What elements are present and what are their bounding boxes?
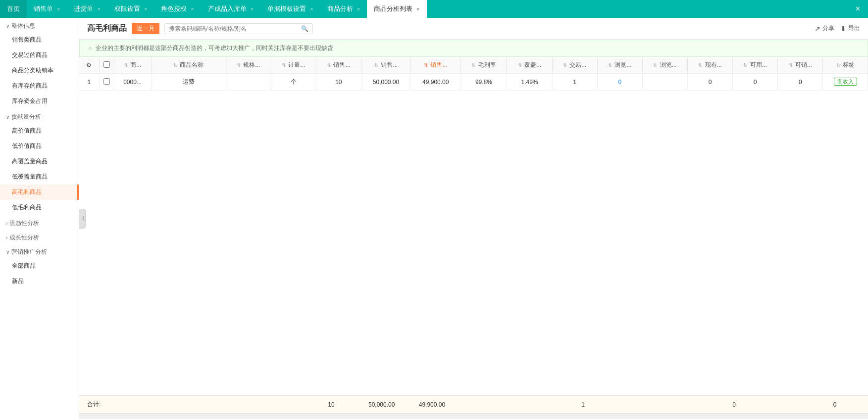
cell-index: 1 [79,74,99,91]
export-icon: ⬇ [840,25,846,33]
cell-current-stock: 0 [687,74,732,91]
nav-permissions[interactable]: 权限设置 × [107,0,154,18]
sidebar-item-low-margin[interactable]: 低毛利商品 [0,200,79,215]
close-icon[interactable]: × [144,0,147,18]
sort-icon: ⇅ [608,62,612,68]
window-close-button[interactable]: × [848,0,868,18]
close-icon[interactable]: × [416,0,419,18]
sidebar-item-all-goods[interactable]: 全部商品 [0,258,79,274]
sidebar-item-high-coverage[interactable]: 高覆盖量商品 [0,154,79,169]
horizontal-scrollbar[interactable] [79,413,868,419]
col-gross-rate: ⇅ 毛利率 [460,57,507,74]
col-available: ⇅ 可用... [733,57,778,74]
close-icon[interactable]: × [357,0,360,18]
cell-views1: 0 [597,74,642,91]
footer-label: 合计: [87,400,101,409]
sidebar-group-marketing[interactable]: ∨ 营销推广分析 [0,244,79,258]
collapse-sidebar-button[interactable]: 《 [79,209,86,229]
filter-recent-month-button[interactable]: 近一月 [132,23,159,34]
nav-finished-goods[interactable]: 产成品入库单 × [201,0,260,18]
close-icon[interactable]: × [251,0,254,18]
sidebar-item-category-rate[interactable]: 商品分类助销率 [0,63,79,78]
cell-checkbox [99,74,114,91]
footer-cell-empty5 [457,401,508,408]
sort-icon: ⇅ [653,62,657,68]
cell-views2 [642,74,687,91]
content-header: 高毛利商品 近一月 🔍 ↗ 分享 ⬇ 导出 [79,18,868,40]
col-code: ⇅ 商... [114,57,151,74]
sidebar-item-new-goods[interactable]: 新品 [0,274,79,289]
sidebar-item-sales-goods[interactable]: 销售类商品 [0,32,79,47]
sidebar-group-growth[interactable]: › 成长性分析 [0,230,79,244]
col-coverage: ⇅ 覆盖... [507,57,552,74]
sort-icon: ⇅ [237,62,241,68]
views1-link[interactable]: 0 [618,79,621,86]
cell-sellable: 0 [778,74,823,91]
footer-cell-sellable: 0 [810,401,860,408]
nav-sales-order[interactable]: 销售单 × [27,0,67,18]
chevron-down-icon: ∨ [6,114,9,120]
search-input[interactable] [169,25,298,32]
sidebar-item-in-stock[interactable]: 有库存的商品 [0,78,79,93]
col-sales-qty: ⇅ 销售... [316,57,361,74]
close-icon[interactable]: × [310,0,313,18]
sidebar-group-trend[interactable]: › 流趋性分析 [0,215,79,230]
nav-roles[interactable]: 角色授权 × [154,0,201,18]
search-icon[interactable]: 🔍 [301,25,308,32]
nav-product-analysis[interactable]: 商品分析 × [320,0,367,18]
sidebar-item-low-value[interactable]: 低价值商品 [0,139,79,154]
footer-cell-transactions: 1 [558,401,609,408]
nav-home[interactable]: 首页 [0,0,27,18]
sort-icon: ⇅ [327,62,331,68]
col-views1: ⇅ 浏览... [597,57,642,74]
header-actions: ↗ 分享 ⬇ 导出 [815,24,860,33]
select-all-checkbox[interactable] [103,61,110,68]
share-button[interactable]: ↗ 分享 [815,24,834,33]
table-row: 1 0000... 运费 个 10 50,000.00 49,900.00 99… [79,74,868,91]
col-unit: ⇅ 计量... [271,57,316,74]
sidebar-item-high-value[interactable]: 高价值商品 [0,123,79,139]
close-icon[interactable]: × [191,0,194,18]
col-current-stock: ⇅ 现有... [687,57,732,74]
footer-cell-empty1 [104,401,155,408]
row-checkbox[interactable] [103,78,110,85]
search-box: 🔍 [164,23,313,34]
col-transactions: ⇅ 交易... [552,57,597,74]
col-name: ⇅ 商品名称 [151,57,226,74]
sidebar-group-overall[interactable]: ∨ 整体信息 [0,18,79,32]
footer-cell-empty7 [608,401,659,408]
col-sellable: ⇅ 可销... [778,57,823,74]
nav-product-analysis-list[interactable]: 商品分析列表 × [367,0,426,18]
footer-cell-empty3 [205,401,256,408]
sort-icon: ⇅ [471,62,475,68]
tip-icon: ✧ [88,45,93,52]
nav-purchase-order[interactable]: 进货单 × [67,0,107,18]
footer-cell-empty4 [255,401,306,408]
sidebar-item-high-margin[interactable]: 高毛利商品 [0,185,79,200]
sidebar-item-low-coverage[interactable]: 低覆盖量商品 [0,169,79,185]
sidebar-item-stock-capital[interactable]: 库存资金占用 [0,93,79,109]
settings-icon[interactable]: ⚙ [86,62,92,69]
table-header-row: ⚙ ⇅ 商... ⇅ 商品名称 [79,57,868,74]
export-button[interactable]: ⬇ 导出 [840,24,860,33]
close-icon[interactable]: × [57,0,60,18]
cell-name: 运费 [151,74,226,91]
col-sales-amount: ⇅ 销售... [361,57,410,74]
nav-template-settings[interactable]: 单据模板设置 × [260,0,320,18]
sort-icon: ⇅ [124,62,128,68]
sidebar-item-traded-goods[interactable]: 交易过的商品 [0,47,79,63]
share-icon: ↗ [815,25,820,33]
footer-cell-empty6 [508,401,558,408]
chevron-down-icon: ∨ [6,249,9,255]
close-icon[interactable]: × [97,0,100,18]
cell-transactions: 1 [552,74,597,91]
footer-cell-sales-cost: 49,900.00 [407,401,458,408]
tag-badge: 高收入 [834,78,857,86]
sidebar-group-contribution[interactable]: ∨ 贡献量分析 [0,109,79,123]
tip-bar: ✧ 企业的主要的利润都是这部分商品创造的，可考虑加大推广，同时关注库存是不要出现… [79,40,868,57]
cell-spec [226,74,271,91]
cell-sales-amount: 50,000.00 [361,74,410,91]
col-checkbox [99,57,114,74]
cell-gross-rate: 99.8% [460,74,507,91]
col-views2: ⇅ 浏览... [642,57,687,74]
